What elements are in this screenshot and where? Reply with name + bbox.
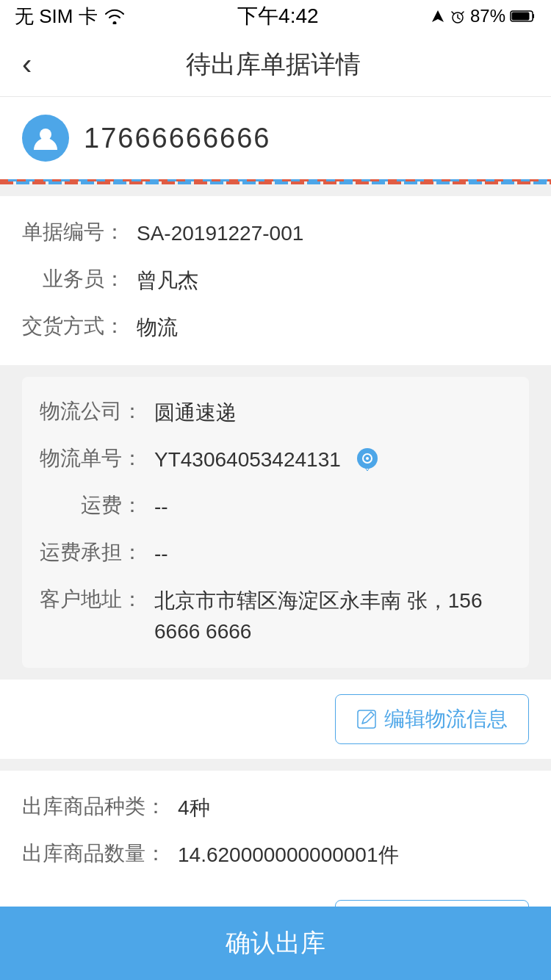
types-value: 4种 bbox=[166, 793, 529, 824]
address-row: 客户地址： 北京市市辖区海淀区永丰南 张，156 6666 6666 bbox=[40, 586, 511, 647]
battery-text: 87% bbox=[470, 6, 505, 26]
back-button[interactable]: ‹ bbox=[22, 48, 32, 81]
stats-section: 出库商品种类： 4种 出库商品数量： 14.620000000000001件 bbox=[0, 771, 551, 893]
company-label: 物流公司： bbox=[40, 397, 143, 425]
status-left: 无 SIM 卡 bbox=[15, 4, 126, 29]
types-row: 出库商品种类： 4种 bbox=[22, 793, 529, 824]
avatar bbox=[22, 115, 69, 162]
page-title: 待出库单据详情 bbox=[46, 48, 500, 82]
delivery-value: 物流 bbox=[125, 312, 529, 343]
confirm-btn-bar[interactable]: 确认出库 bbox=[0, 907, 551, 980]
quantity-value: 14.620000000000001件 bbox=[166, 840, 529, 871]
status-time: 下午4:42 bbox=[237, 2, 319, 30]
tracking-number: YT43064053424131 bbox=[154, 444, 341, 475]
delivery-label: 交货方式： bbox=[22, 312, 125, 340]
freight-bearer-row: 运费承担： -- bbox=[40, 538, 511, 569]
order-no-value: SA-20191227-001 bbox=[125, 218, 529, 249]
edit-btn-container: 编辑物流信息 bbox=[0, 680, 551, 759]
confirm-btn-label: 确认出库 bbox=[226, 926, 325, 960]
address-value: 北京市市辖区海淀区永丰南 张，156 6666 6666 bbox=[143, 586, 511, 647]
tracking-location-button[interactable] bbox=[353, 445, 382, 475]
nav-bar: ‹ 待出库单据详情 bbox=[0, 32, 551, 97]
edit-logistics-button[interactable]: 编辑物流信息 bbox=[335, 694, 529, 744]
location-arrow-icon bbox=[431, 9, 445, 24]
status-right: 87% bbox=[431, 6, 536, 26]
salesman-value: 曾凡杰 bbox=[125, 265, 529, 296]
user-header: 17666666666 bbox=[0, 97, 551, 181]
logistics-card: 物流公司： 圆通速递 物流单号： YT43064053424131 运费： --… bbox=[22, 377, 529, 668]
company-row: 物流公司： 圆通速递 bbox=[40, 397, 511, 428]
user-icon bbox=[31, 123, 60, 153]
freight-value: -- bbox=[143, 491, 511, 522]
tracking-label: 物流单号： bbox=[40, 444, 143, 472]
order-info-section: 单据编号： SA-20191227-001 业务员： 曾凡杰 交货方式： 物流 bbox=[0, 196, 551, 365]
section-separator-1 bbox=[0, 759, 551, 771]
freight-row: 运费： -- bbox=[40, 491, 511, 522]
svg-point-5 bbox=[366, 457, 369, 460]
wifi-icon bbox=[104, 8, 126, 24]
salesman-label: 业务员： bbox=[22, 265, 125, 293]
quantity-row: 出库商品数量： 14.620000000000001件 bbox=[22, 840, 529, 871]
quantity-label: 出库商品数量： bbox=[22, 840, 166, 868]
dashed-divider bbox=[0, 181, 551, 184]
order-no-row: 单据编号： SA-20191227-001 bbox=[22, 218, 529, 249]
freight-bearer-value: -- bbox=[143, 538, 511, 569]
tracking-row: 物流单号： YT43064053424131 bbox=[40, 444, 511, 475]
freight-label: 运费： bbox=[40, 491, 143, 519]
edit-logistics-label: 编辑物流信息 bbox=[384, 705, 508, 733]
delivery-row: 交货方式： 物流 bbox=[22, 312, 529, 343]
carrier-text: 无 SIM 卡 bbox=[15, 4, 98, 29]
user-phone: 17666666666 bbox=[84, 123, 270, 154]
status-bar: 无 SIM 卡 下午4:42 87% bbox=[0, 0, 551, 32]
tracking-value: YT43064053424131 bbox=[143, 444, 511, 475]
edit-icon bbox=[356, 709, 377, 729]
types-label: 出库商品种类： bbox=[22, 793, 166, 821]
svg-rect-2 bbox=[512, 12, 530, 21]
address-label: 客户地址： bbox=[40, 586, 143, 613]
order-no-label: 单据编号： bbox=[22, 218, 125, 246]
alarm-icon bbox=[450, 8, 466, 24]
battery-icon bbox=[510, 10, 536, 23]
company-value: 圆通速递 bbox=[143, 397, 511, 428]
freight-bearer-label: 运费承担： bbox=[40, 538, 143, 566]
salesman-row: 业务员： 曾凡杰 bbox=[22, 265, 529, 296]
